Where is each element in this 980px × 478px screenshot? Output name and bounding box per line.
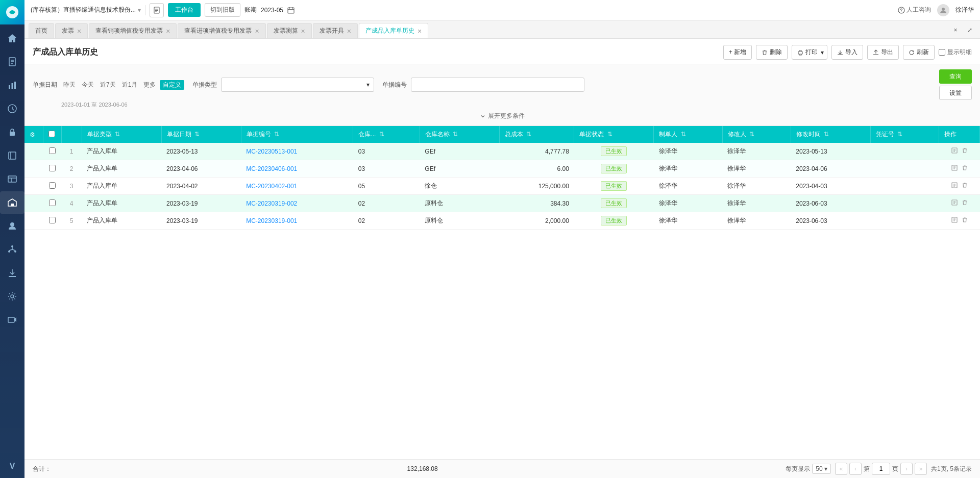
tab-invoice-close[interactable]: ×: [77, 28, 81, 35]
username-label[interactable]: 徐泽华: [955, 6, 974, 14]
row-edit-icon[interactable]: [951, 199, 958, 208]
th-warehouse-name[interactable]: 仓库名称 ⇅: [420, 126, 499, 143]
help-button[interactable]: 人工咨询: [898, 6, 931, 14]
refresh-button[interactable]: 刷新: [903, 45, 935, 60]
tab-product-inbound[interactable]: 产成品入库单历史 ×: [359, 23, 428, 38]
th-creator[interactable]: 制单人 ⇅: [654, 126, 722, 143]
row-number[interactable]: MC-20230319-001: [241, 212, 353, 230]
page-number-input[interactable]: [872, 463, 890, 475]
row-checkbox[interactable]: [49, 147, 56, 154]
expand-filter-button[interactable]: 展开更多条件: [33, 112, 972, 120]
type-select[interactable]: ▾: [221, 78, 374, 92]
th-voucher[interactable]: 凭证号 ⇅: [870, 126, 939, 143]
sidebar-item-video[interactable]: [0, 309, 24, 331]
th-modify-time[interactable]: 修改时间 ⇅: [791, 126, 870, 143]
today-link[interactable]: 今天: [80, 80, 96, 90]
set-button[interactable]: 设置: [939, 86, 972, 100]
row-number[interactable]: MC-20230513-001: [241, 143, 353, 160]
sidebar-item-chart[interactable]: [0, 74, 24, 96]
tab-purchase-vat-close[interactable]: ×: [255, 28, 259, 35]
prev-page-button[interactable]: ‹: [849, 463, 862, 475]
th-date[interactable]: 单据日期 ⇅: [161, 126, 241, 143]
row-number[interactable]: MC-20230402-001: [241, 178, 353, 195]
custom-tag[interactable]: 自定义: [160, 80, 184, 90]
th-warehouse-code[interactable]: 仓库... ⇅: [353, 126, 420, 143]
calendar-icon[interactable]: [287, 7, 295, 14]
tab-sales-vat[interactable]: 查看销项增值税专用发票 ×: [89, 23, 177, 38]
sidebar-item-lock[interactable]: [0, 121, 24, 143]
row-checkbox[interactable]: [49, 199, 56, 206]
row-delete-icon[interactable]: [961, 182, 968, 190]
sidebar-item-person[interactable]: [0, 215, 24, 237]
row-delete-icon[interactable]: [961, 216, 968, 225]
row-number[interactable]: MC-20230406-001: [241, 160, 353, 178]
th-type[interactable]: 单据类型 ⇅: [82, 126, 161, 143]
th-modifier[interactable]: 修改人 ⇅: [722, 126, 791, 143]
th-checkbox[interactable]: [43, 126, 61, 143]
row-checkbox[interactable]: [49, 217, 56, 223]
tab-product-inbound-close[interactable]: ×: [418, 28, 422, 35]
row-number[interactable]: MC-20230319-002: [241, 195, 353, 212]
page-size-box[interactable]: 50 ▾: [812, 464, 831, 474]
yesterday-link[interactable]: 昨天: [61, 80, 78, 90]
tab-purchase-vat[interactable]: 查看进项增值税专用发票 ×: [178, 23, 265, 38]
delete-button[interactable]: 删除: [756, 45, 788, 60]
row-checkbox-cell[interactable]: [43, 195, 61, 212]
tab-invoice-open[interactable]: 发票开具 ×: [313, 23, 358, 38]
row-edit-icon[interactable]: [951, 216, 958, 225]
print-button[interactable]: 打印 ▾: [792, 45, 827, 60]
document-icon[interactable]: [150, 3, 164, 17]
last7-link[interactable]: 近7天: [98, 80, 118, 90]
tab-sales-vat-close[interactable]: ×: [166, 28, 170, 35]
tab-expand-button[interactable]: ⤢: [964, 24, 976, 36]
row-checkbox-cell[interactable]: [43, 160, 61, 178]
sidebar-item-home[interactable]: [0, 27, 24, 49]
app-logo[interactable]: [0, 0, 24, 24]
th-number[interactable]: 单据编号 ⇅: [241, 126, 353, 143]
period-switch-button[interactable]: 切到旧版: [205, 3, 240, 17]
number-input[interactable]: [411, 78, 584, 92]
last-page-button[interactable]: »: [915, 463, 927, 475]
th-settings[interactable]: ⚙: [24, 126, 43, 143]
row-checkbox[interactable]: [49, 182, 56, 189]
th-status[interactable]: 单据状态 ⇅: [574, 126, 654, 143]
row-checkbox[interactable]: [49, 165, 56, 171]
tab-invoice-open-close[interactable]: ×: [347, 28, 351, 35]
first-page-button[interactable]: «: [835, 463, 847, 475]
row-checkbox-cell[interactable]: [43, 143, 61, 160]
sidebar-item-table[interactable]: [0, 168, 24, 190]
sidebar-item-book[interactable]: [0, 144, 24, 167]
row-delete-icon[interactable]: [961, 164, 968, 173]
select-all-checkbox[interactable]: [48, 131, 55, 137]
new-button[interactable]: + 新增: [723, 45, 752, 60]
row-delete-icon[interactable]: [961, 147, 968, 156]
sidebar-item-document[interactable]: [0, 51, 24, 73]
tab-invoice-calc-close[interactable]: ×: [301, 28, 305, 35]
sidebar-item-v[interactable]: V: [0, 455, 24, 477]
tab-invoice[interactable]: 发票 ×: [55, 23, 88, 38]
next-page-button[interactable]: ›: [900, 463, 913, 475]
workbench-button[interactable]: 工作台: [168, 3, 201, 17]
row-checkbox-cell[interactable]: [43, 212, 61, 230]
row-delete-icon[interactable]: [961, 199, 968, 208]
tab-invoice-calc[interactable]: 发票测算 ×: [267, 23, 312, 38]
row-edit-icon[interactable]: [951, 164, 958, 173]
row-edit-icon[interactable]: [951, 147, 958, 156]
more-link[interactable]: 更多: [141, 80, 158, 90]
last1m-link[interactable]: 近1月: [120, 80, 140, 90]
sidebar-item-download[interactable]: [0, 262, 24, 284]
import-button[interactable]: 导入: [831, 45, 863, 60]
sidebar-item-settings[interactable]: [0, 285, 24, 308]
show-detail-checkbox[interactable]: [939, 49, 945, 56]
export-button[interactable]: 导出: [867, 45, 899, 60]
show-detail-toggle[interactable]: 显示明细: [939, 48, 972, 57]
sidebar-item-network[interactable]: [0, 238, 24, 261]
company-selector[interactable]: (库存核算）直播轻缘通信息技术股份... ▾: [31, 6, 141, 14]
query-button[interactable]: 查询: [939, 69, 972, 84]
row-checkbox-cell[interactable]: [43, 178, 61, 195]
tab-home[interactable]: 首页: [29, 23, 54, 38]
sidebar-item-warehouse[interactable]: [0, 191, 24, 214]
row-edit-icon[interactable]: [951, 182, 958, 190]
tab-close-all-button[interactable]: ×: [949, 24, 962, 36]
sidebar-item-balance[interactable]: [0, 97, 24, 120]
